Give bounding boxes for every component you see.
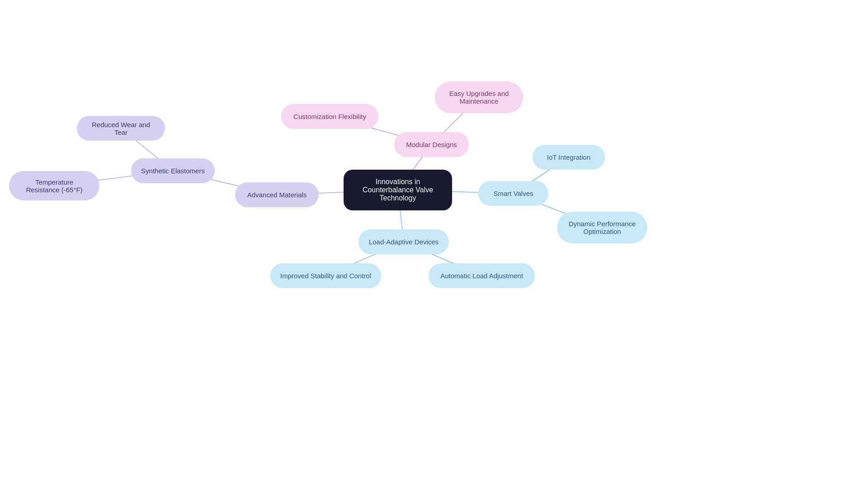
load-adaptive-label: Load-Adaptive Devices [369,238,439,246]
improved-stability-node[interactable]: Improved Stability and Control [270,263,381,288]
iot-integration-label: IoT Integration [547,153,590,161]
dynamic-perf-node[interactable]: Dynamic Performance Optimization [557,212,647,243]
temp-resistance-label: Temperature Resistance (-65°F) [19,178,90,194]
customization-node[interactable]: Customization Flexibility [281,104,378,129]
modular-designs-node[interactable]: Modular Designs [394,132,469,157]
auto-load-label: Automatic Load Adjustment [440,272,523,280]
advanced-materials-node[interactable]: Advanced Materials [235,182,319,207]
easy-upgrades-label: Easy Upgrades and Maintenance [445,90,513,105]
customization-label: Customization Flexibility [293,113,366,120]
load-adaptive-node[interactable]: Load-Adaptive Devices [359,229,449,254]
center-node-label: Innovations in Counterbalance Valve Tech… [354,178,442,202]
modular-designs-label: Modular Designs [406,141,457,148]
advanced-materials-label: Advanced Materials [247,191,307,199]
reduced-wear-node[interactable]: Reduced Wear and Tear [77,116,165,141]
synthetic-elastomers-label: Synthetic Elastomers [141,167,205,175]
easy-upgrades-node[interactable]: Easy Upgrades and Maintenance [435,81,523,113]
dynamic-perf-label: Dynamic Performance Optimization [567,220,637,235]
smart-valves-node[interactable]: Smart Valves [478,181,548,206]
reduced-wear-label: Reduced Wear and Tear [87,121,155,136]
iot-integration-node[interactable]: IoT Integration [533,145,605,170]
auto-load-node[interactable]: Automatic Load Adjustment [429,263,535,288]
synthetic-elastomers-node[interactable]: Synthetic Elastomers [131,158,215,183]
temp-resistance-node[interactable]: Temperature Resistance (-65°F) [9,171,99,200]
center-node[interactable]: Innovations in Counterbalance Valve Tech… [344,170,452,210]
smart-valves-label: Smart Valves [493,190,533,197]
improved-stability-label: Improved Stability and Control [280,272,371,280]
